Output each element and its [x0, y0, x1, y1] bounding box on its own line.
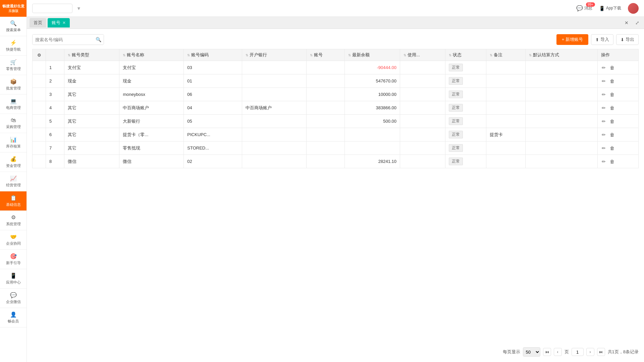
col-default-settle[interactable]: ⇅默认结算方式: [525, 49, 597, 61]
col-account[interactable]: ⇅账号: [306, 49, 344, 61]
table-row: 5 其它 大新银行 05 500.00 正常 ✏ 🗑: [33, 115, 639, 128]
row-type-5: 其它: [64, 115, 119, 128]
sidebar-item-wechat[interactable]: 💬企业微信: [0, 289, 26, 308]
sidebar-item-operation[interactable]: 📈经营管理: [0, 172, 26, 191]
col-name[interactable]: ⇅账号名称: [119, 49, 184, 61]
edit-button-1[interactable]: ✏: [601, 64, 606, 71]
sidebar-item-finance[interactable]: 💰资金管理: [0, 153, 26, 172]
header-dropdown-icon[interactable]: ▼: [76, 6, 81, 11]
sidebar-item-guide[interactable]: 🎯新手引导: [0, 250, 26, 269]
tab-label-account: 账号: [52, 20, 60, 26]
sidebar-item-purchase[interactable]: 🛍采购管理: [0, 114, 26, 133]
col-use[interactable]: ⇅使用...: [400, 49, 445, 61]
row-check-7: [33, 141, 46, 155]
messages-button[interactable]: 💬 消息 99+: [576, 5, 592, 11]
edit-button-2[interactable]: ✏: [601, 78, 606, 84]
col-type[interactable]: ⇅账号类型: [64, 49, 119, 61]
delete-button-5[interactable]: 🗑: [609, 118, 615, 125]
member-icon: 👤: [10, 311, 17, 318]
row-remark-5: [486, 115, 525, 128]
row-remark-2: [486, 74, 525, 88]
col-settings[interactable]: ⚙: [33, 49, 46, 61]
sidebar-item-basic[interactable]: 📋基础信息: [0, 191, 26, 211]
col-status[interactable]: ⇅状态: [445, 49, 486, 61]
row-name-7: 零售抵现: [119, 141, 184, 155]
edit-button-8[interactable]: ✏: [601, 158, 606, 165]
user-avatar[interactable]: [628, 3, 639, 14]
page-number-input[interactable]: [572, 348, 584, 356]
app-download-button[interactable]: 📱 App下载: [599, 5, 621, 11]
quick-icon: ⚡: [10, 40, 17, 46]
expand-button[interactable]: ⤢: [633, 19, 641, 27]
import-icon: ⬆: [595, 37, 599, 42]
row-index-4: 4: [46, 101, 64, 115]
sidebar-item-member[interactable]: 👤畅会员: [0, 308, 26, 327]
col-balance[interactable]: ⇅最新余额: [345, 49, 400, 61]
edit-button-3[interactable]: ✏: [601, 91, 606, 98]
close-tab-button[interactable]: ✕: [623, 19, 631, 27]
search-button[interactable]: 🔍: [93, 34, 104, 45]
edit-button-7[interactable]: ✏: [601, 145, 606, 152]
next-page-button[interactable]: ›: [586, 348, 594, 356]
delete-button-2[interactable]: 🗑: [609, 78, 615, 84]
global-search-input[interactable]: [32, 4, 72, 13]
sidebar-item-cooperation[interactable]: 🤝企业协同: [0, 230, 26, 250]
row-remark-7: [486, 141, 525, 155]
tab-label-home: 首页: [34, 20, 42, 26]
row-use-6: [400, 128, 445, 141]
basic-icon: 📋: [10, 195, 17, 201]
tabs-bar: 首页账号✕ ✕ ⤢: [27, 17, 644, 29]
tab-close-account[interactable]: ✕: [62, 20, 66, 25]
edit-button-4[interactable]: ✏: [601, 105, 606, 111]
sidebar-item-quick[interactable]: ⚡快捷导航: [0, 36, 26, 56]
page-size-select[interactable]: 50 100 200: [523, 347, 540, 357]
sidebar-item-stock[interactable]: 📊库存核算: [0, 133, 26, 153]
sidebar-label-app_center: 应用中心: [6, 280, 21, 285]
sidebar-item-retail[interactable]: 🛒零售管理: [0, 56, 26, 75]
delete-button-4[interactable]: 🗑: [609, 105, 615, 111]
account-search-input[interactable]: [33, 35, 93, 45]
row-use-4: [400, 101, 445, 115]
sidebar-item-ecommerce[interactable]: 💻电商管理: [0, 95, 26, 114]
delete-button-1[interactable]: 🗑: [609, 64, 615, 71]
tab-home[interactable]: 首页: [30, 18, 46, 27]
delete-button-8[interactable]: 🗑: [609, 158, 615, 165]
row-bank-1: [242, 61, 307, 74]
app_center-icon: 📱: [10, 273, 17, 279]
table-row: 3 其它 moneybosx 06 10000.00 正常 ✏ 🗑: [33, 88, 639, 101]
delete-button-7[interactable]: 🗑: [609, 145, 615, 152]
row-check-8: [33, 155, 46, 168]
prev-page-button[interactable]: ‹: [554, 348, 562, 356]
row-bank-3: [242, 88, 307, 101]
first-page-button[interactable]: ⏮: [543, 348, 551, 356]
tab-account[interactable]: 账号✕: [48, 18, 70, 27]
retail-icon: 🛒: [10, 59, 17, 65]
row-type-6: 其它: [64, 128, 119, 141]
sidebar-item-app_center[interactable]: 📱应用中心: [0, 269, 26, 289]
sidebar-label-basic: 基础信息: [6, 202, 21, 207]
row-action-1: ✏ 🗑: [597, 61, 638, 74]
sidebar-item-search[interactable]: 🔍搜索菜单: [0, 17, 26, 36]
last-page-button[interactable]: ⏭: [597, 348, 605, 356]
sidebar-item-system[interactable]: ⚙系统管理: [0, 211, 26, 230]
export-button[interactable]: ⬇ 导出: [616, 34, 639, 45]
status-badge-8: 正常: [449, 158, 463, 165]
delete-button-6[interactable]: 🗑: [609, 131, 615, 138]
status-badge-7: 正常: [449, 144, 463, 152]
import-button[interactable]: ⬆ 导入: [591, 34, 613, 45]
delete-button-3[interactable]: 🗑: [609, 91, 615, 98]
row-default-settle-5: [525, 115, 597, 128]
page-label: 页: [565, 349, 569, 355]
sidebar-label-purchase: 采购管理: [6, 124, 21, 129]
col-code[interactable]: ⇅账号编码: [184, 49, 242, 61]
row-action-4: ✏ 🗑: [597, 101, 638, 115]
col-bank[interactable]: ⇅开户银行: [242, 49, 307, 61]
col-remark[interactable]: ⇅备注: [486, 49, 525, 61]
search-wrap: 🔍: [32, 34, 104, 45]
edit-button-5[interactable]: ✏: [601, 118, 606, 125]
sidebar-item-wholesale[interactable]: 📦批发管理: [0, 75, 26, 95]
add-account-button[interactable]: + 新增账号: [556, 34, 588, 45]
tab-controls: ✕ ⤢: [623, 19, 641, 27]
row-account-5: [306, 115, 344, 128]
edit-button-6[interactable]: ✏: [601, 131, 606, 138]
